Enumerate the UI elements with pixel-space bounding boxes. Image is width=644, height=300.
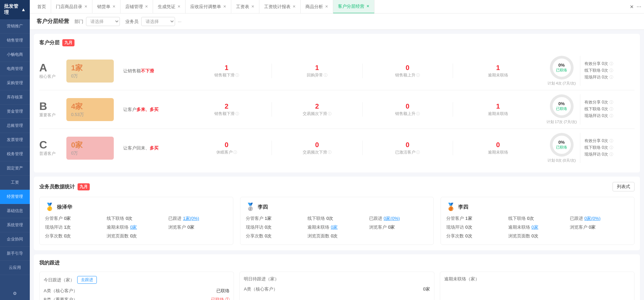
sales-select[interactable]: 请选择	[141, 17, 175, 26]
biz-stat-val: 0次	[126, 215, 132, 222]
tab-close-icon[interactable]: ✕	[145, 4, 148, 9]
biz-stats-grid: 分管客户 1家 线下联络 0次 已跟进 0家(0%) 现场拜访 0次 逾期未联络…	[446, 215, 629, 239]
tab-应收应付调整单[interactable]: 应收应付调整单✕	[186, 0, 231, 14]
tab-close-icon[interactable]: ✕	[112, 4, 115, 9]
sidebar-item-营销推广[interactable]: 营销推广	[0, 19, 30, 33]
biz-stat-label: 分管客户	[246, 215, 263, 222]
sidebar-item-总账管理[interactable]: 总账管理	[0, 119, 30, 133]
tab-close-icon[interactable]: ✕	[251, 4, 254, 9]
tier-stat-label: 逾期未联络	[456, 149, 540, 155]
tab-工资统计报表[interactable]: 工资统计报表✕	[259, 0, 301, 14]
sidebar-item-销售管理[interactable]: 销售管理	[0, 33, 30, 48]
sidebar-item-基础信息[interactable]: 基础信息	[0, 204, 30, 218]
tier-circle-B: 0% 已联络 计划 17次 (7天/次)	[543, 94, 580, 124]
more-filter-icon[interactable]: ···	[178, 19, 181, 24]
info-icon: ⓘ	[235, 73, 239, 78]
tab-close-icon[interactable]: ✕	[177, 4, 180, 9]
tab-商品分析[interactable]: 商品分析✕	[301, 0, 333, 14]
tab-close-all-icon[interactable]: ✕	[630, 4, 634, 9]
follow-row-label: B类（重要客户）	[44, 297, 211, 300]
right-stat-label: 线下联络 0次	[584, 68, 608, 73]
customer-tier-section: 客户分层 九月 A 核心客户 1家 0万 让销售额不下滑 1 销售额下滑 ⓘ 1	[34, 34, 640, 172]
biz-stat-val[interactable]: 0家	[130, 224, 137, 230]
sidebar-item-云应用[interactable]: 云应用	[0, 261, 30, 275]
right-stat-label: 有效分享 0次	[584, 138, 608, 144]
sidebar-item-发票管理[interactable]: 发票管理	[0, 133, 30, 147]
tier-circle-A: 0% 已联络 计划 4次 (7天/次)	[543, 56, 580, 86]
sidebar-settings[interactable]: ⚙	[0, 287, 30, 300]
tier-stat-label: 逾期未联络	[456, 111, 540, 117]
biz-stat-val[interactable]: 0家	[331, 224, 338, 230]
sidebar-collapse-icon[interactable]: ▲	[21, 7, 26, 12]
biz-stat-val[interactable]: 0家(0%)	[584, 215, 601, 222]
biz-stat-item-6: 分享次数 0次	[246, 233, 305, 239]
biz-stat-val: 0次	[527, 215, 534, 222]
sidebar-item-经营管理[interactable]: 经营管理	[0, 190, 30, 204]
follow-row-val: 已联络	[216, 288, 230, 294]
right-stat-label: 线下联络 0次	[584, 145, 608, 151]
sidebar-item-工资[interactable]: 工资	[0, 176, 30, 190]
list-view-button[interactable]: 列表式	[613, 182, 635, 191]
tier-stat-label: 交易频次下滑 ⓘ	[275, 111, 359, 117]
biz-card-2: 🥉 李四 分管客户 1家 线下联络 0次 已跟进 0家(0%) 现场拜访 0次 …	[441, 197, 635, 245]
biz-stat-item-0: 分管客户 1家	[446, 215, 505, 222]
biz-stat-label: 现场拜访	[246, 224, 263, 230]
biz-stat-item-6: 分享次数 0次	[446, 233, 505, 239]
sidebar-item-税务管理[interactable]: 税务管理	[0, 147, 30, 161]
tab-门店商品目录[interactable]: 门店商品目录✕	[51, 0, 92, 14]
sidebar-header[interactable]: 批发管理 ▲	[0, 0, 30, 19]
tab-首页[interactable]: 首页	[33, 0, 51, 14]
sidebar-item-新手引导[interactable]: 新手引导	[0, 247, 30, 261]
dept-select[interactable]: 请选择	[86, 17, 120, 26]
sidebar-item-电商管理[interactable]: 电商管理	[0, 62, 30, 76]
circle-tag: 已联络	[556, 106, 567, 111]
sidebar-item-固定资产[interactable]: 固定资产	[0, 161, 30, 176]
tab-close-icon[interactable]: ✕	[293, 4, 296, 9]
sidebar-item-企业协同[interactable]: 企业协同	[0, 232, 30, 247]
tier-stat-3: 1 逾期未联络	[453, 102, 543, 117]
sidebar-item-采购管理[interactable]: 采购管理	[0, 76, 30, 90]
go-follow-button[interactable]: 去跟进	[77, 276, 97, 284]
biz-stat-item-5: 浏览客户 0家	[168, 224, 227, 230]
biz-stat-label: 已跟进	[168, 215, 181, 222]
sidebar-item-小畅电商[interactable]: 小畅电商	[0, 48, 30, 62]
follow-title: 我的跟进	[39, 260, 635, 266]
tier-row-A: A 核心客户 1家 0万 让销售额不下滑 1 销售额下滑 ⓘ 1 回购异常 ⓘ	[39, 52, 635, 90]
sidebar-item-资金管理[interactable]: 资金管理	[0, 105, 30, 119]
biz-card-header: 🥉 李四	[446, 203, 629, 211]
tab-工资表[interactable]: 工资表✕	[231, 0, 259, 14]
sidebar-item-库存核算[interactable]: 库存核算	[0, 90, 30, 105]
tier-stat-1: 1 回购异常 ⓘ	[272, 64, 362, 78]
follow-col-title-text: 明日待跟进（家）	[244, 276, 279, 282]
tier-right-stat: 有效分享 0次 ⓘ	[584, 99, 630, 105]
tab-生成凭证[interactable]: 生成凭证✕	[153, 0, 186, 14]
medal-icon: 🥉	[446, 203, 455, 211]
biz-stat-val[interactable]: 1家(0%)	[183, 215, 199, 222]
biz-stat-val[interactable]: 0家(0%)	[384, 215, 400, 222]
biz-cards: 🥇 徐泽华 分管客户 0家 线下联络 0次 已跟进 1家(0%) 现场拜访 1次…	[39, 197, 635, 245]
biz-stat-val[interactable]: 0家	[532, 224, 538, 230]
page-title: 客户分层经营	[37, 18, 69, 25]
tab-close-icon[interactable]: ✕	[223, 4, 226, 9]
biz-stat-val: 0次	[64, 233, 71, 239]
biz-title: 业务员数据统计 九月	[39, 183, 90, 190]
tab-店铺管理[interactable]: 店铺管理✕	[121, 0, 153, 14]
follow-col-title-text: 今日跟进（家）	[44, 277, 74, 283]
tier-row-C: C 普通客户 0家 0万 让客户回来、多买 0 休眠客户 ⓘ 0 交易频次下滑 …	[39, 129, 635, 167]
biz-stat-val: 0家	[388, 224, 395, 230]
tier-stat-count: 0	[275, 141, 359, 149]
tab-close-icon[interactable]: ✕	[84, 4, 87, 9]
follow-col-title-text: 逾期未联络（家）	[444, 276, 479, 282]
tab-销货单[interactable]: 销货单✕	[92, 0, 121, 14]
biz-stat-item-2: 已跟进 1家(0%)	[168, 215, 227, 222]
tier-stat-count: 0	[456, 141, 540, 149]
tab-label: 生成凭证	[158, 4, 175, 10]
tab-close-icon[interactable]: ✕	[366, 4, 369, 8]
tab-close-icon[interactable]: ✕	[325, 4, 328, 9]
tab-客户分层经营[interactable]: 客户分层经营✕	[333, 0, 374, 14]
sidebar-item-系统管理[interactable]: 系统管理	[0, 218, 30, 232]
tier-name: 普通客户	[39, 151, 66, 157]
biz-header: 业务员数据统计 九月 列表式	[39, 182, 635, 191]
medal-icon: 🥇	[45, 203, 54, 211]
tab-more-icon[interactable]: ⋯	[637, 4, 641, 9]
